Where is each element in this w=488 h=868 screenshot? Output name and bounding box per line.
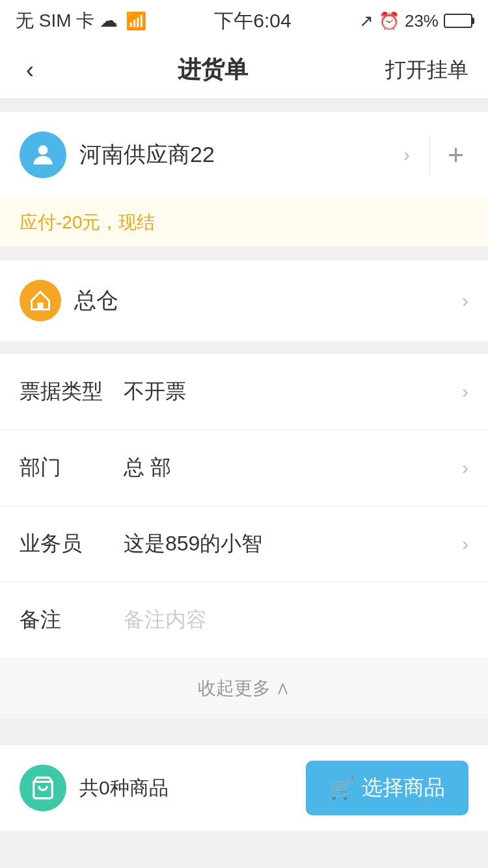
svg-point-0 <box>38 145 48 155</box>
product-count: 共0种商品 <box>79 775 306 802</box>
supplier-row[interactable]: 河南供应商22 › + <box>0 112 488 198</box>
sim-label: 无 SIM 卡 ☁ <box>16 8 118 33</box>
warehouse-row[interactable]: 总仓 › <box>0 260 488 341</box>
remark-row[interactable]: 备注 备注内容 <box>0 582 488 658</box>
back-button[interactable]: ‹ <box>20 50 40 90</box>
product-bar: 共0种商品 🛒 选择商品 <box>0 745 488 831</box>
warehouse-chevron-icon: › <box>462 290 468 312</box>
select-icon: 🛒 <box>329 776 355 800</box>
alert-banner: 应付-20元，现结 <box>0 198 488 247</box>
department-chevron-icon: › <box>462 457 468 479</box>
salesman-chevron-icon: › <box>462 533 468 555</box>
select-product-label: 选择商品 <box>362 774 445 802</box>
status-left: 无 SIM 卡 ☁ 📶 <box>16 8 146 33</box>
svg-rect-1 <box>38 303 44 310</box>
nav-bar: ‹ 进货单 打开挂单 <box>0 42 488 99</box>
status-right: ↗ ⏰ 23% <box>359 11 472 31</box>
supplier-card: 河南供应商22 › + 应付-20元，现结 <box>0 112 488 247</box>
alarm-icon: ⏰ <box>379 11 400 31</box>
supplier-avatar <box>20 131 66 178</box>
form-section: 票据类型 不开票 › 部门 总 部 › 业务员 这是859的小智 › 备注 备注… <box>0 354 488 658</box>
remark-label: 备注 <box>20 606 124 634</box>
department-value: 总 部 <box>124 454 462 482</box>
warehouse-card: 总仓 › <box>0 260 488 341</box>
supplier-chevron-icon: › <box>403 144 410 166</box>
status-time: 下午6:04 <box>214 8 291 34</box>
section-gap-1 <box>0 99 488 112</box>
department-row[interactable]: 部门 总 部 › <box>0 430 488 506</box>
location-icon: ↗ <box>359 11 373 31</box>
section-gap-2 <box>0 247 488 260</box>
open-pending-button[interactable]: 打开挂单 <box>385 56 468 85</box>
user-icon <box>29 141 57 169</box>
page-background <box>0 831 488 868</box>
status-bar: 无 SIM 卡 ☁ 📶 下午6:04 ↗ ⏰ 23% <box>0 0 488 42</box>
remark-input[interactable]: 备注内容 <box>124 606 468 634</box>
cart-icon-wrap <box>20 765 66 811</box>
invoice-value: 不开票 <box>124 377 462 406</box>
salesman-label: 业务员 <box>20 530 124 558</box>
salesman-value: 这是859的小智 <box>124 530 462 558</box>
section-gap-4 <box>0 719 488 732</box>
collapse-button[interactable]: 收起更多 ∧ <box>0 658 488 719</box>
page-title: 进货单 <box>178 54 248 86</box>
invoice-row[interactable]: 票据类型 不开票 › <box>0 354 488 430</box>
battery-icon <box>444 14 472 28</box>
add-button[interactable]: + <box>429 135 468 174</box>
salesman-row[interactable]: 业务员 这是859的小智 › <box>0 506 488 582</box>
battery-percent: 23% <box>405 11 439 31</box>
supplier-name: 河南供应商22 <box>79 140 403 170</box>
warehouse-label: 总仓 <box>74 286 462 316</box>
invoice-chevron-icon: › <box>462 381 468 403</box>
warehouse-icon-wrap <box>20 280 61 321</box>
wifi-icon: 📶 <box>126 11 146 31</box>
invoice-label: 票据类型 <box>20 377 124 406</box>
warehouse-icon <box>29 289 52 312</box>
department-label: 部门 <box>20 454 124 482</box>
section-gap-3 <box>0 341 488 354</box>
cart-icon <box>31 776 55 800</box>
select-product-button[interactable]: 🛒 选择商品 <box>306 761 468 815</box>
